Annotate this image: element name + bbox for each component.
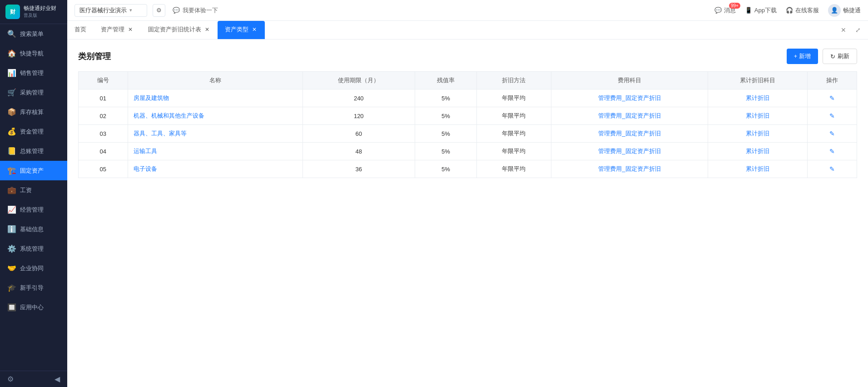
tabs-bar: 首页资产管理✕固定资产折旧统计表✕资产类型✕ ✕ ⤢	[67, 21, 868, 40]
experience-text: 我要体验一下	[183, 6, 218, 15]
company-selector[interactable]: 医疗器械行业演示 ▾	[74, 4, 147, 17]
avatar: 👤	[828, 4, 841, 17]
inventory-icon: 📦	[7, 108, 15, 116]
refresh-icon: ↻	[830, 53, 835, 60]
online-service-label: 在线客服	[795, 6, 819, 15]
gear-icon: ⚙	[156, 7, 162, 14]
sidebar: 财 畅捷通好业财 普及版 🔍 搜索菜单 🏠 快捷导航 📊 销售管理 🛒 采购管理…	[0, 0, 67, 387]
main-content: 医疗器械行业演示 ▾ ⚙ 💬 我要体验一下 💬 消息 99+ 📱 App下载 🎧…	[67, 0, 868, 387]
online-service-button[interactable]: 🎧 在线客服	[786, 6, 819, 15]
page-actions: + 新增 ↻ 刷新	[787, 49, 857, 64]
page-header: 类别管理 + 新增 ↻ 刷新	[78, 49, 857, 64]
tab-close-asset-type[interactable]: ✕	[251, 26, 258, 33]
new-button[interactable]: + 新增	[787, 49, 818, 64]
tab-home[interactable]: 首页	[67, 21, 94, 39]
sidebar-item-sales[interactable]: 📊 销售管理	[0, 63, 67, 83]
row-edit-button[interactable]: ✎	[808, 160, 857, 178]
settings-icon[interactable]: ⚙	[7, 375, 14, 383]
row-edit-button[interactable]: ✎	[808, 107, 857, 125]
row-edit-button[interactable]: ✎	[808, 143, 857, 160]
system-icon: ⚙️	[7, 244, 15, 253]
row-code: 04	[79, 143, 128, 160]
window-controls: ✕ ⤢	[833, 24, 868, 36]
user-button[interactable]: 👤 畅捷通	[828, 4, 861, 17]
sidebar-item-label-operations: 经营管理	[20, 206, 44, 214]
quicknav-icon: 🏠	[7, 49, 15, 58]
sidebar-item-label-capital: 资金管理	[20, 128, 44, 136]
company-name: 医疗器械行业演示	[79, 6, 127, 15]
row-residual: 5%	[415, 125, 476, 143]
row-residual: 5%	[415, 107, 476, 125]
row-name: 运输工具	[128, 143, 303, 160]
sidebar-nav: 🔍 搜索菜单 🏠 快捷导航 📊 销售管理 🛒 采购管理 📦 库存核算 💰 资金管…	[0, 24, 67, 371]
sidebar-item-search[interactable]: 🔍 搜索菜单	[0, 24, 67, 44]
row-expense: 管理费用_固定资产折旧	[551, 89, 708, 107]
refresh-label: 刷新	[838, 52, 849, 60]
enterprise-icon: 🤝	[7, 264, 15, 273]
sidebar-item-label-enterprise: 企业协同	[20, 264, 44, 273]
row-accumulated: 累计折旧	[708, 143, 808, 160]
fixed-icon: 🏗️	[7, 166, 15, 175]
guide-icon: 🎓	[7, 283, 15, 292]
sidebar-item-system[interactable]: ⚙️ 系统管理	[0, 239, 67, 258]
tab-label-depreciation-report: 固定资产折旧统计表	[148, 25, 201, 34]
sales-icon: 📊	[7, 69, 15, 77]
username-label: 畅捷通	[843, 6, 861, 15]
row-edit-button[interactable]: ✎	[808, 89, 857, 107]
tab-depreciation-report[interactable]: 固定资产折旧统计表✕	[141, 21, 218, 39]
row-edit-button[interactable]: ✎	[808, 125, 857, 143]
sidebar-item-label-inventory: 库存核算	[20, 108, 44, 116]
sidebar-item-payroll[interactable]: 💼 工资	[0, 180, 67, 200]
collapse-icon[interactable]: ◀	[55, 375, 60, 383]
row-expense: 管理费用_固定资产折旧	[551, 143, 708, 160]
table-row: 01 房屋及建筑物 240 5% 年限平均 管理费用_固定资产折旧 累计折旧 ✎	[79, 89, 857, 107]
row-method: 年限平均	[476, 160, 551, 178]
app-download-button[interactable]: 📱 App下载	[745, 6, 777, 15]
tab-close-asset-mgmt[interactable]: ✕	[127, 26, 134, 33]
tab-asset-type[interactable]: 资产类型✕	[218, 21, 265, 39]
row-name: 电子设备	[128, 160, 303, 178]
row-name: 机器、机械和其他生产设备	[128, 107, 303, 125]
sidebar-item-appstore[interactable]: 🔲 应用中心	[0, 298, 67, 317]
tab-label-asset-mgmt: 资产管理	[101, 25, 124, 34]
sidebar-bottom: ⚙ ◀	[0, 371, 67, 387]
sidebar-item-purchase[interactable]: 🛒 采购管理	[0, 83, 67, 102]
basic-icon: ℹ️	[7, 225, 15, 233]
refresh-button[interactable]: ↻ 刷新	[823, 49, 857, 64]
tab-label-home: 首页	[74, 25, 86, 34]
headset-icon: 🎧	[786, 7, 793, 14]
sidebar-item-inventory[interactable]: 📦 库存核算	[0, 102, 67, 122]
col-header-1: 名称	[128, 72, 303, 89]
sidebar-item-basic[interactable]: ℹ️ 基础信息	[0, 219, 67, 239]
sidebar-item-quicknav[interactable]: 🏠 快捷导航	[0, 44, 67, 63]
table-row: 03 器具、工具、家具等 60 5% 年限平均 管理费用_固定资产折旧 累计折旧…	[79, 125, 857, 143]
row-code: 01	[79, 89, 128, 107]
sidebar-item-operations[interactable]: 📈 经营管理	[0, 200, 67, 219]
sidebar-item-enterprise[interactable]: 🤝 企业协同	[0, 258, 67, 278]
app-download-label: App下载	[754, 6, 777, 15]
tab-close-depreciation-report[interactable]: ✕	[204, 26, 210, 33]
table-row: 02 机器、机械和其他生产设备 120 5% 年限平均 管理费用_固定资产折旧 …	[79, 107, 857, 125]
sidebar-item-label-system: 系统管理	[20, 245, 44, 253]
col-header-0: 编号	[79, 72, 128, 89]
row-method: 年限平均	[476, 107, 551, 125]
row-residual: 5%	[415, 143, 476, 160]
table-row: 04 运输工具 48 5% 年限平均 管理费用_固定资产折旧 累计折旧 ✎	[79, 143, 857, 160]
close-icon: ✕	[841, 26, 846, 34]
col-header-6: 累计折旧科目	[708, 72, 808, 89]
sidebar-item-capital[interactable]: 💰 资金管理	[0, 122, 67, 141]
col-header-2: 使用期限（月）	[303, 72, 415, 89]
sidebar-item-ledger[interactable]: 📒 总账管理	[0, 141, 67, 161]
settings-button[interactable]: ⚙	[153, 4, 165, 17]
row-residual: 5%	[415, 89, 476, 107]
row-accumulated: 累计折旧	[708, 107, 808, 125]
experience-button[interactable]: 💬 我要体验一下	[173, 6, 218, 15]
sidebar-item-fixed[interactable]: 🏗️ 固定资产	[0, 161, 67, 180]
tab-asset-mgmt[interactable]: 资产管理✕	[94, 21, 141, 39]
row-accumulated: 累计折旧	[708, 89, 808, 107]
sidebar-item-guide[interactable]: 🎓 新手引导	[0, 278, 67, 298]
sidebar-item-label-appstore: 应用中心	[20, 303, 44, 312]
expand-window-button[interactable]: ⤢	[852, 24, 864, 36]
notification-button[interactable]: 💬 消息 99+	[714, 6, 736, 15]
close-window-button[interactable]: ✕	[837, 24, 850, 36]
